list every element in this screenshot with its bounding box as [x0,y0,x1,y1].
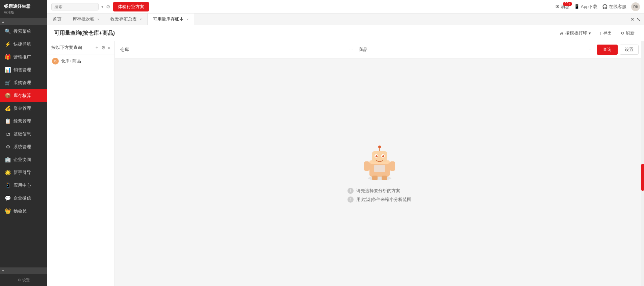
page-actions: 🖨 按模板打印 ▾ ↑ 导出 ↻ 刷新 [557,29,638,37]
sidebar-scroll-up[interactable]: ▲ [0,19,47,25]
sidebar-footer: ⚙ 设置 [0,274,47,286]
sidebar-item-sales[interactable]: 📊 销售管理 [0,63,47,76]
tabs-expand-btn[interactable]: ⤡ [637,17,641,22]
sidebar-item-inventory[interactable]: 📦 库存核算 [0,89,47,102]
sidebar: 畅康通好生意 标准版 ▲ 🔍 搜索菜单 ⚡ 快捷导航 🎁 营销推广 📊 销售管理… [0,0,47,286]
sidebar-item-enterprise[interactable]: 🏢 企业协同 [0,153,47,166]
tab-home[interactable]: 首页 [47,14,67,25]
scheme-warehouse-goods[interactable]: ⟳ 仓库+商品 [47,54,114,68]
wechat-icon: 💬 [5,195,11,201]
tabs-close-all-btn[interactable]: ✕ [630,17,635,22]
add-scheme-btn[interactable]: ＋ [95,45,99,51]
appstore-icon: 📱 [5,182,11,188]
tab-available-qty[interactable]: 可用量库存账本 × [148,14,194,25]
brand-name: 畅康通好生意 [4,3,43,9]
operation-icon: 📋 [5,118,11,124]
sidebar-item-purchase[interactable]: 🛒 采购管理 [0,76,47,89]
warehouse-filter-input[interactable] [131,46,347,53]
purchase-icon: 🛒 [5,80,11,86]
sidebar-item-quick[interactable]: ⚡ 快捷导航 [0,38,47,51]
tab-available-qty-close-icon[interactable]: × [186,17,188,21]
tab-inventory-summary-close-icon[interactable]: × [139,17,141,21]
tab-batch-close-icon[interactable]: × [97,17,99,21]
svg-point-6 [376,155,378,157]
step2-num: 2 [347,197,354,203]
export-btn[interactable]: ↑ 导出 [597,29,615,37]
member-icon: 👑 [5,208,11,214]
sidebar-item-member[interactable]: 👑 畅会员 [0,205,47,217]
collapse-panel-btn[interactable]: « [108,45,110,51]
tab-batch[interactable]: 库存批次账 × [67,14,105,25]
svg-rect-11 [382,176,387,180]
sidebar-item-finance[interactable]: 💰 资金管理 [0,102,47,115]
svg-point-13 [378,146,381,148]
filter-actions: 查询 设置 [597,45,639,55]
settings-scheme-btn[interactable]: ⚙ [101,45,106,51]
quick-icon: ⚡ [5,41,11,47]
scrollbar-thumb[interactable] [641,164,644,191]
svg-point-0 [368,176,391,180]
svg-rect-3 [372,151,387,162]
empty-step2: 2 用[过滤]条件来缩小分析范围 [347,197,411,203]
goods-filter-more-icon[interactable]: ··· [587,47,591,52]
message-badge: 99+ [563,2,572,6]
sidebar-item-wechat[interactable]: 💬 企业微信 [0,192,47,205]
step1-num: 1 [347,188,354,194]
sidebar-scroll-down[interactable]: ▼ [0,267,47,274]
svg-rect-10 [372,176,378,180]
left-panel-header: 按以下方案查询 ＋ ⚙ « [47,41,114,54]
sidebar-item-search[interactable]: 🔍 搜索菜单 [0,25,47,38]
tabs-bar: 首页 库存批次账 × 收发存汇总表 × 可用量库存账本 × ✕ ⤡ [47,14,644,25]
svg-point-7 [382,155,384,157]
query-btn[interactable]: 查询 [597,45,618,55]
sidebar-header: 畅康通好生意 标准版 [0,0,47,19]
refresh-icon: ↻ [621,31,624,36]
print-template-btn[interactable]: 🖨 按模板打印 ▾ [557,29,594,37]
dropdown-chevron-icon[interactable]: ▾ [101,4,103,9]
left-panel: 按以下方案查询 ＋ ⚙ « ⟳ 仓库+商品 [47,41,115,286]
page-title: 可用量查询(按仓库+商品) [54,30,115,37]
goods-filter-input[interactable] [369,46,586,53]
finance-icon: 💰 [5,105,11,111]
sidebar-item-system[interactable]: ⚙ 系统管理 [0,140,47,153]
message-icon: ✉ [556,4,559,9]
scheme-icon: ⟳ [52,58,59,64]
sidebar-item-marketing[interactable]: 🎁 营销推广 [0,51,47,63]
gear-icon[interactable]: ⚙ [106,4,110,9]
svg-rect-9 [390,161,395,171]
refresh-btn[interactable]: ↻ 刷新 [618,29,637,37]
robot-svg [359,142,400,182]
content-area: 按以下方案查询 ＋ ⚙ « ⟳ 仓库+商品 仓库 ··· [47,41,644,286]
sidebar-item-appstore[interactable]: 📱 应用中心 [0,179,47,192]
sidebar-item-operation[interactable]: 📋 经营管理 [0,115,47,128]
sidebar-item-base[interactable]: 🗂 基础信息 [0,128,47,140]
user-avatar-btn[interactable]: Rit [631,2,640,11]
empty-step1: 1 请先选择要分析的方案 [347,188,411,194]
print-dropdown-icon: ▾ [589,31,591,36]
goods-filter-label: 商品 [359,47,367,53]
tab-inventory-summary[interactable]: 收发存汇总表 × [105,14,147,25]
online-service-btn[interactable]: 🎧 在线客服 [602,4,626,10]
marketing-icon: 🎁 [5,54,11,60]
base-icon: 🗂 [5,131,11,137]
search-icon: 🔍 [5,28,11,34]
warehouse-filter-label: 仓库 [120,47,129,53]
trial-btn[interactable]: 体验行业方案 [113,2,149,11]
headset-icon: 🎧 [602,4,608,9]
topbar-search-input[interactable] [51,3,99,10]
message-btn[interactable]: ✉ 消息 99+ [556,4,569,10]
filter-row: 仓库 ··· 商品 ··· 查询 设置 [115,41,644,58]
warehouse-filter-more-icon[interactable]: ··· [349,47,353,52]
system-icon: ⚙ [5,144,11,150]
sidebar-item-newguide[interactable]: 🌟 新手引导 [0,166,47,179]
topbar: ▾ ⚙ 体验行业方案 ✉ 消息 99+ 📱 App下载 🎧 在线客服 Rit [47,0,644,14]
settings-btn[interactable]: 设置 [620,45,639,55]
app-download-btn[interactable]: 📱 App下载 [574,4,597,10]
tabs-actions: ✕ ⤡ [630,17,644,22]
empty-state: 1 请先选择要分析的方案 2 用[过滤]条件来缩小分析范围 [115,58,644,286]
empty-text: 1 请先选择要分析的方案 2 用[过滤]条件来缩小分析范围 [347,188,411,203]
svg-rect-8 [364,161,369,171]
svg-rect-14 [374,165,385,172]
page-header: 可用量查询(按仓库+商品) 🖨 按模板打印 ▾ ↑ 导出 ↻ 刷新 [47,25,644,41]
right-scrollbar [641,41,644,286]
